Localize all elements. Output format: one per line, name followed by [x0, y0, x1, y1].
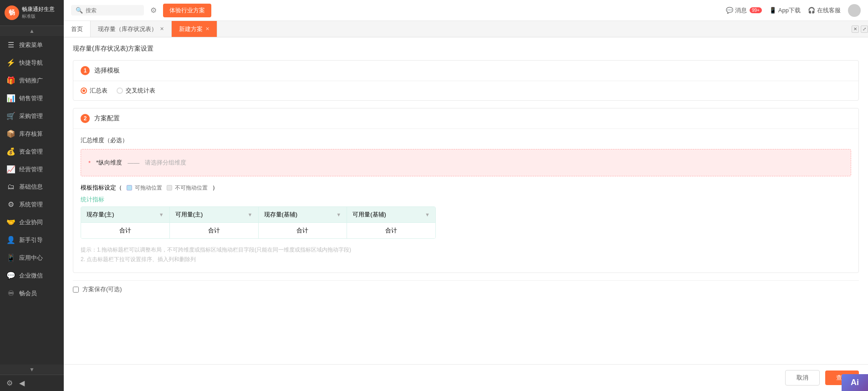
radio-summary[interactable] — [81, 87, 87, 94]
app-edition: 标准版 — [22, 13, 55, 20]
sidebar-nav: ☰ 搜索菜单 ⚡ 快捷导航 🎁 营销推广 📊 销售管理 🛒 采购管理 📦 库存核… — [0, 36, 64, 365]
col-available-base-chevron[interactable]: ▼ — [425, 212, 430, 217]
footer-save: 方案保存(可选) — [73, 280, 859, 298]
radio-cross[interactable] — [117, 87, 123, 94]
app-logo: 畅 畅康通好生意 标准版 — [0, 0, 64, 26]
sidebar-item-label: 经营管理 — [19, 165, 43, 174]
sidebar-item-baseinfo[interactable]: 🗂 基础信息 — [0, 178, 64, 196]
save-checkbox[interactable] — [73, 287, 79, 293]
scheme-config: 汇总维度（必选） * *纵向维度 —— 请选择分组维度 模板指标设定（ 可拖动位… — [73, 129, 858, 273]
message-label: 消息 — [735, 6, 747, 15]
sidebar-item-label: 畅会员 — [19, 289, 37, 298]
topbar-search-box[interactable]: 🔍 — [71, 5, 144, 15]
settings-icon[interactable]: ⚙ — [6, 379, 13, 387]
app-name: 畅康通好生意 — [22, 6, 55, 13]
sidebar-item-search[interactable]: ☰ 搜索菜单 — [0, 36, 64, 54]
sales-icon: 📊 — [6, 94, 15, 103]
sidebar-item-purchase[interactable]: 🛒 采购管理 — [0, 107, 64, 125]
option-cross[interactable]: 交叉统计表 — [117, 87, 155, 95]
option-summary[interactable]: 汇总表 — [81, 87, 107, 95]
not-draggable-legend: 不可拖动位置 — [167, 184, 208, 192]
sidebar-item-label: 企业协同 — [19, 218, 43, 226]
search-input[interactable] — [86, 7, 139, 14]
message-button[interactable]: 💬 消息 99+ — [726, 6, 762, 15]
sidebar-item-vip[interactable]: ♾ 畅会员 — [0, 284, 64, 302]
hint-1: 提示：1.拖动标题栏可以调整布局，不可跨维度或指标区域拖动栏目字段(只能在同一维… — [81, 246, 851, 254]
sidebar-item-label: 营销推广 — [19, 77, 43, 85]
topbar: 🔍 ⚙ 体验行业方案 💬 消息 99+ 📱 App下载 🎧 在线客服 — [64, 0, 868, 21]
minimize-button[interactable]: ✕ — [852, 26, 859, 33]
col-inventory-base-chevron[interactable]: ▼ — [336, 212, 341, 217]
tabbar: 首页 现存量（库存状况表） ✕ 新建方案 ✕ ✕ ⤢ — [64, 21, 868, 37]
sidebar-scroll-down[interactable]: ▼ — [0, 365, 64, 375]
system-icon: ⚙ — [6, 200, 15, 209]
col-available-main: 可用量(主) ▼ — [170, 207, 259, 222]
stats-table-container: 统计指标 现存量(主) ▼ 可用量(主) ▼ — [81, 196, 851, 239]
draggable-dot — [127, 185, 132, 190]
val-inventory-main: 合计 — [81, 223, 170, 238]
tab-inventory-close[interactable]: ✕ — [160, 26, 164, 32]
search-icon: 🔍 — [76, 7, 83, 14]
sidebar-item-label: 资金管理 — [19, 148, 43, 156]
col-available-main-chevron[interactable]: ▼ — [248, 212, 253, 217]
sidebar-item-newuser[interactable]: 👤 新手引导 — [0, 231, 64, 249]
required-dimension-label: 汇总维度（必选） — [81, 136, 851, 144]
step1-title: 选择模板 — [94, 67, 120, 75]
ai-badge[interactable]: Ai — [842, 374, 868, 391]
baseinfo-icon: 🗂 — [6, 183, 15, 191]
val-available-main-label: 合计 — [208, 226, 220, 235]
logo-icon: 畅 — [5, 5, 19, 20]
col-available-base: 可用量(基辅) ▼ — [347, 207, 435, 222]
tab-new-scheme[interactable]: 新建方案 ✕ — [172, 21, 217, 37]
val-available-base: 合计 — [347, 223, 435, 238]
cancel-button[interactable]: 取消 — [785, 370, 820, 386]
wechat-icon: 💬 — [6, 271, 15, 280]
gear-icon[interactable]: ⚙ — [150, 6, 157, 15]
content-area: 现存量(库存状况表)方案设置 1 选择模板 汇总表 交叉统计表 — [64, 37, 868, 364]
draggable-legend: 可拖动位置 — [127, 184, 162, 192]
sidebar-item-sales[interactable]: 📊 销售管理 — [0, 89, 64, 107]
draggable-label: 可拖动位置 — [135, 184, 162, 192]
tab-inventory[interactable]: 现存量（库存状况表） ✕ — [91, 21, 172, 37]
sidebar-item-marketing[interactable]: 🎁 营销推广 — [0, 72, 64, 89]
vertical-dimension-label: *纵向维度 — [96, 159, 122, 167]
col-available-base-label: 可用量(基辅) — [352, 211, 386, 219]
step2-title: 方案配置 — [94, 114, 120, 123]
sidebar-item-inventory[interactable]: 📦 库存核算 — [0, 125, 64, 143]
col-available-main-label: 可用量(主) — [175, 211, 203, 219]
dimension-box[interactable]: * *纵向维度 —— 请选择分组维度 — [81, 149, 851, 176]
sidebar-item-label: 销售管理 — [19, 94, 43, 103]
tab-new-scheme-close[interactable]: ✕ — [205, 26, 209, 32]
sidebar-item-appstore[interactable]: 📱 应用中心 — [0, 249, 64, 267]
online-service-button[interactable]: 🎧 在线客服 — [808, 6, 841, 15]
indicator-header: 模板指标设定（ 可拖动位置 不可拖动位置 ） — [81, 184, 851, 192]
save-label: 方案保存(可选) — [82, 285, 122, 293]
trial-button[interactable]: 体验行业方案 — [163, 4, 211, 17]
sidebar-bottom: ⚙ ◀ — [0, 375, 64, 391]
stats-table: 现存量(主) ▼ 可用量(主) ▼ 现存量(基辅) ▼ — [81, 206, 436, 239]
sidebar-item-finance[interactable]: 💰 资金管理 — [0, 143, 64, 160]
collapse-icon[interactable]: ◀ — [19, 379, 25, 387]
user-avatar[interactable] — [848, 4, 861, 17]
sidebar-item-wechat[interactable]: 💬 企业微信 — [0, 267, 64, 284]
sidebar-item-system[interactable]: ⚙ 系统管理 — [0, 196, 64, 213]
purchase-icon: 🛒 — [6, 112, 15, 120]
dimension-divider: —— — [128, 159, 139, 166]
step2-badge: 2 — [81, 114, 90, 123]
val-inventory-base: 合计 — [259, 223, 347, 238]
sidebar-item-label: 企业微信 — [19, 272, 43, 280]
sidebar-item-collab[interactable]: 🤝 企业协同 — [0, 213, 64, 231]
expand-button[interactable]: ⤢ — [861, 26, 868, 33]
sidebar-item-operations[interactable]: 📈 经营管理 — [0, 160, 64, 178]
sidebar-item-quicknav[interactable]: ⚡ 快捷导航 — [0, 54, 64, 72]
col-inventory-main-chevron[interactable]: ▼ — [159, 212, 164, 217]
step2-section: 2 方案配置 汇总维度（必选） * *纵向维度 —— 请选择分组维度 模板指标设… — [73, 108, 859, 273]
collab-icon: 🤝 — [6, 218, 15, 226]
message-icon: 💬 — [726, 7, 733, 14]
sidebar-item-label: 快捷导航 — [19, 59, 43, 67]
tab-home[interactable]: 首页 — [64, 21, 91, 37]
app-download-button[interactable]: 📱 App下载 — [769, 6, 801, 15]
sidebar-scroll-up[interactable]: ▲ — [0, 26, 64, 36]
service-label: 在线客服 — [817, 6, 841, 15]
operations-icon: 📈 — [6, 165, 15, 174]
